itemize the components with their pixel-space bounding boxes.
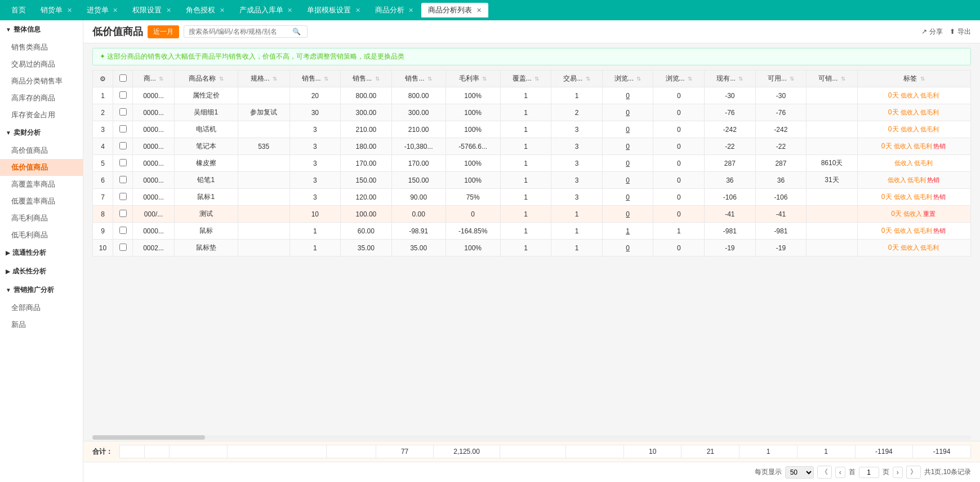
nav-purchase[interactable]: 进货单 ✕ bbox=[80, 3, 125, 17]
td-browse1[interactable]: 0 bbox=[602, 240, 653, 257]
td-browse1[interactable]: 1 bbox=[602, 223, 653, 240]
sidebar-item-high-value[interactable]: 高价值商品 bbox=[0, 142, 83, 159]
sidebar-item-new-products[interactable]: 新品 bbox=[0, 316, 83, 333]
sidebar-item-high-margin[interactable]: 高毛利商品 bbox=[0, 210, 83, 227]
row-checkbox[interactable] bbox=[119, 227, 127, 234]
th-s1[interactable]: 销售... ⇅ bbox=[289, 70, 341, 87]
nav-sales[interactable]: 销货单 ✕ bbox=[34, 3, 79, 17]
row-checkbox[interactable] bbox=[119, 125, 127, 132]
th-rate[interactable]: 毛利率 ⇅ bbox=[446, 70, 500, 87]
next-page-button[interactable]: › bbox=[893, 467, 903, 478]
th-cov[interactable]: 覆盖... ⇅ bbox=[500, 70, 551, 87]
td-checkbox[interactable] bbox=[113, 155, 132, 172]
search-box[interactable]: 🔍 bbox=[184, 25, 308, 38]
row-checkbox[interactable] bbox=[119, 210, 127, 217]
prev-page-button[interactable]: ‹ bbox=[835, 467, 845, 478]
td-checkbox[interactable] bbox=[113, 223, 132, 240]
td-browse1[interactable]: 0 bbox=[602, 189, 653, 206]
nav-analysis-list[interactable]: 商品分析列表 ✕ bbox=[421, 3, 488, 17]
td-browse1[interactable]: 0 bbox=[602, 172, 653, 189]
td-checkbox[interactable] bbox=[113, 138, 132, 155]
nav-template[interactable]: 单据模板设置 ✕ bbox=[300, 3, 367, 17]
th-spec[interactable]: 规格... ⇅ bbox=[238, 70, 289, 87]
browse-link[interactable]: 0 bbox=[626, 160, 630, 167]
th-sell[interactable]: 可销... ⇅ bbox=[807, 70, 858, 87]
share-button[interactable]: ↗ 分享 bbox=[921, 27, 943, 37]
sidebar-item-category-rate[interactable]: 商品分类销售率 bbox=[0, 73, 83, 90]
row-checkbox[interactable] bbox=[119, 159, 127, 166]
td-browse1[interactable]: 0 bbox=[602, 104, 653, 121]
th-name[interactable]: 商品名称 ⇅ bbox=[174, 70, 238, 87]
close-icon[interactable]: ✕ bbox=[408, 7, 413, 14]
close-icon[interactable]: ✕ bbox=[67, 7, 72, 14]
browse-link[interactable]: 0 bbox=[626, 193, 630, 201]
nav-permissions[interactable]: 权限设置 ✕ bbox=[126, 3, 178, 17]
filter-recent-month-button[interactable]: 近一月 bbox=[148, 25, 179, 38]
close-icon[interactable]: ✕ bbox=[287, 7, 292, 14]
td-checkbox[interactable] bbox=[113, 172, 132, 189]
td-checkbox[interactable] bbox=[113, 240, 132, 257]
browse-link[interactable]: 0 bbox=[626, 109, 630, 117]
last-page-button[interactable]: 》 bbox=[906, 466, 921, 479]
nav-roles[interactable]: 角色授权 ✕ bbox=[179, 3, 231, 17]
td-checkbox[interactable] bbox=[113, 206, 132, 223]
export-button[interactable]: ⬆ 导出 bbox=[950, 27, 971, 37]
sidebar-item-inventory-fund[interactable]: 库存资金占用 bbox=[0, 107, 83, 123]
per-page-select[interactable]: 50 100 200 bbox=[785, 466, 814, 479]
close-icon[interactable]: ✕ bbox=[220, 7, 225, 14]
nav-analysis[interactable]: 商品分析 ✕ bbox=[368, 3, 421, 17]
td-browse1[interactable]: 0 bbox=[602, 206, 653, 223]
nav-home[interactable]: 首页 bbox=[5, 3, 33, 17]
th-cur[interactable]: 现有... ⇅ bbox=[705, 70, 756, 87]
close-icon[interactable]: ✕ bbox=[355, 7, 360, 14]
first-page-button[interactable]: 《 bbox=[817, 466, 832, 479]
nav-products-in[interactable]: 产成品入库单 ✕ bbox=[233, 3, 300, 17]
td-checkbox[interactable] bbox=[113, 189, 132, 206]
th-tags[interactable]: 标签 ⇅ bbox=[857, 70, 970, 87]
td-browse1[interactable]: 0 bbox=[602, 87, 653, 104]
th-settings[interactable]: ⚙ bbox=[93, 70, 113, 87]
browse-link[interactable]: 0 bbox=[626, 210, 630, 218]
th-s3[interactable]: 销售... ⇅ bbox=[391, 70, 446, 87]
browse-link[interactable]: 0 bbox=[626, 92, 630, 100]
browse-link[interactable]: 0 bbox=[626, 176, 630, 184]
row-checkbox[interactable] bbox=[119, 176, 127, 183]
th-s2[interactable]: 销售... ⇅ bbox=[341, 70, 392, 87]
browse-link[interactable]: 0 bbox=[626, 126, 630, 134]
th-trade[interactable]: 交易... ⇅ bbox=[551, 70, 603, 87]
th-checkbox[interactable] bbox=[113, 70, 132, 87]
sidebar-section-liquidity[interactable]: ▶ 流通性分析 bbox=[0, 244, 83, 262]
td-checkbox[interactable] bbox=[113, 87, 132, 104]
sidebar-item-sales-products[interactable]: 销售类商品 bbox=[0, 39, 83, 56]
browse-link[interactable]: 1 bbox=[626, 227, 630, 235]
td-checkbox[interactable] bbox=[113, 104, 132, 121]
sidebar-item-low-coverage[interactable]: 低覆盖率商品 bbox=[0, 193, 83, 210]
sidebar-item-low-value[interactable]: 低价值商品 bbox=[0, 159, 83, 176]
sidebar-section-finance[interactable]: ▼ 卖财分析 bbox=[0, 123, 83, 142]
page-number-input[interactable] bbox=[859, 467, 879, 478]
row-checkbox[interactable] bbox=[119, 91, 127, 99]
sidebar-item-all-products[interactable]: 全部商品 bbox=[0, 299, 83, 316]
th-avail[interactable]: 可用... ⇅ bbox=[755, 70, 807, 87]
row-checkbox[interactable] bbox=[119, 244, 127, 251]
close-icon[interactable]: ✕ bbox=[166, 7, 171, 14]
row-checkbox[interactable] bbox=[119, 142, 127, 149]
sidebar-item-traded[interactable]: 交易过的商品 bbox=[0, 56, 83, 73]
td-browse1[interactable]: 0 bbox=[602, 155, 653, 172]
th-browse1[interactable]: 浏览... ⇅ bbox=[602, 70, 653, 87]
search-input[interactable] bbox=[189, 28, 290, 36]
th-browse2[interactable]: 浏览... ⇅ bbox=[653, 70, 705, 87]
td-checkbox[interactable] bbox=[113, 121, 132, 138]
browse-link[interactable]: 0 bbox=[626, 143, 630, 151]
td-browse1[interactable]: 0 bbox=[602, 138, 653, 155]
close-icon[interactable]: ✕ bbox=[113, 7, 118, 14]
sidebar-item-low-margin[interactable]: 低毛利商品 bbox=[0, 227, 83, 244]
sidebar-item-high-inventory[interactable]: 高库存的商品 bbox=[0, 90, 83, 107]
horizontal-scrollbar[interactable] bbox=[92, 435, 971, 440]
row-checkbox[interactable] bbox=[119, 108, 127, 116]
sidebar-item-high-coverage[interactable]: 高覆盖率商品 bbox=[0, 176, 83, 193]
td-browse1[interactable]: 0 bbox=[602, 121, 653, 138]
select-all-checkbox[interactable] bbox=[119, 74, 127, 82]
sidebar-section-marketing[interactable]: ▼ 营销推广分析 bbox=[0, 281, 83, 299]
close-icon[interactable]: ✕ bbox=[476, 7, 482, 14]
